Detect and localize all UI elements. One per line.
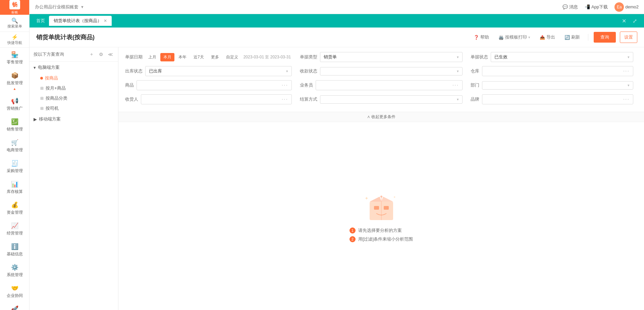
- inventory-icon: 📊: [11, 180, 18, 188]
- warehouse-label: 仓库: [471, 68, 479, 74]
- collapse-bar[interactable]: ∧ 收起更多条件: [118, 112, 644, 122]
- svg-rect-3: [384, 206, 389, 210]
- sidebar-item-newbie[interactable]: 🚀 新手引导: [0, 302, 29, 310]
- doc-type-select[interactable]: 销货单 ▾: [320, 52, 463, 62]
- tree-child-by-month-product[interactable]: ⊞ 按月+商品: [30, 83, 118, 93]
- add-scheme-btn[interactable]: ＋: [88, 51, 95, 58]
- sidebar-item-system[interactable]: ⚙️ 系统管理: [0, 260, 29, 281]
- sidebar-item-ecommerce[interactable]: 🛒 电商管理: [0, 136, 29, 156]
- product-input[interactable]: ···: [137, 80, 292, 90]
- app-download-btn[interactable]: 📲 App下载: [585, 4, 608, 10]
- page-title: 销货单统计表(按商品): [36, 33, 95, 45]
- date-pill-last7[interactable]: 近7天: [191, 53, 207, 61]
- date-pill-last-month[interactable]: 上月: [145, 53, 159, 61]
- marketing-icon: 📢: [11, 97, 18, 105]
- sidebar-item-basic[interactable]: ℹ️ 基础信息: [0, 240, 29, 260]
- receiver-input[interactable]: ···: [141, 94, 292, 104]
- sidebar-item-finance[interactable]: 💰 资金管理: [0, 198, 29, 219]
- svg-text:✦: ✦: [393, 195, 396, 199]
- quick-nav-label: 快捷导航: [0, 40, 29, 45]
- salesperson-input[interactable]: ···: [316, 80, 463, 90]
- query-btn[interactable]: 查询: [594, 32, 616, 43]
- settings-scheme-btn[interactable]: ⚙: [97, 51, 105, 58]
- date-pill-this-month[interactable]: 本月: [160, 53, 174, 61]
- finance-icon: 💰: [11, 201, 18, 209]
- tree-child-by-cashier[interactable]: ⊞ 按司机: [30, 103, 118, 113]
- search-menu-item[interactable]: 🔍 搜索菜单: [0, 15, 29, 32]
- sidebar-item-wholesale[interactable]: 📦 批发管理 ▲: [0, 68, 29, 94]
- message-btn[interactable]: 💬 消息: [562, 4, 578, 10]
- help-btn[interactable]: ❓ 帮助: [471, 33, 492, 42]
- out-status-select[interactable]: 已出库 ▾: [145, 66, 292, 76]
- doc-type-label: 单据类型: [300, 54, 317, 60]
- filter-area: 单据日期 上月 本月 本年 近7天 更多 自定义 2023-03-01 至 20…: [118, 47, 644, 112]
- sidebar-item-inventory[interactable]: 📊 库存核算: [0, 177, 29, 198]
- collapse-panel-btn[interactable]: ≪: [107, 51, 114, 58]
- tree-parent-mobile[interactable]: ▶ 移动端方案: [30, 113, 118, 125]
- ecommerce-icon: 🛒: [11, 139, 18, 146]
- by-cashier-label: 按司机: [46, 105, 59, 111]
- brand-input[interactable]: ···: [482, 94, 633, 104]
- sidebar-item-operations[interactable]: 📈 经营管理: [0, 219, 29, 240]
- app-logo[interactable]: 畅 标账: [0, 0, 30, 15]
- pay-status-select[interactable]: ▾: [320, 67, 463, 75]
- panel-header-actions: ＋ ⚙ ≪: [88, 51, 114, 58]
- cashier-icon: ⊞: [40, 106, 44, 111]
- empty-illustration: ✦ ✦ ·: [361, 190, 401, 223]
- export-btn[interactable]: 📤 导出: [537, 33, 558, 42]
- department-select[interactable]: ▾: [482, 81, 633, 90]
- sidebar-item-marketing[interactable]: 📢 营销推广: [0, 94, 29, 115]
- date-pill-more[interactable]: 更多: [208, 53, 222, 61]
- operations-label: 经营管理: [7, 230, 23, 236]
- settings-btn[interactable]: 设置: [620, 32, 637, 43]
- tab-home[interactable]: 首页: [32, 16, 49, 26]
- pc-label: 电脑端方案: [38, 64, 60, 70]
- user-profile[interactable]: Ea demo2: [614, 2, 639, 12]
- tip-text-1: 请先选择要分析的方案: [358, 227, 402, 234]
- sidebar-item-purchase[interactable]: 🧾 采购管理: [0, 156, 29, 177]
- doc-status-select[interactable]: 已生效 ▾: [491, 52, 633, 62]
- sidebar-item-retail[interactable]: 🏪 零售管理: [0, 48, 29, 68]
- panel-header: 按以下方案查询 ＋ ⚙ ≪: [30, 47, 118, 62]
- date-pill-custom[interactable]: 自定义: [223, 53, 241, 61]
- tree-parent-pc[interactable]: ▾ 电脑端方案: [30, 62, 118, 73]
- export-label: 导出: [546, 34, 555, 40]
- out-status-chevron: ▾: [286, 69, 288, 73]
- logo-text: 标账: [11, 10, 18, 15]
- tab-sales-stat[interactable]: 销货单统计表（按商品） ✕: [49, 16, 112, 26]
- tab-close-btn[interactable]: ✕: [104, 18, 107, 23]
- topbar-right: 💬 消息 📲 App下载 Ea demo2: [562, 2, 639, 12]
- tab-expand-btn[interactable]: ⤢: [631, 17, 639, 25]
- warehouse-input[interactable]: ···: [482, 66, 633, 76]
- page-header: 销货单统计表(按商品) ❓ 帮助 🖨️ 按模板打印 ▾ 📤 导出: [30, 28, 644, 47]
- month-product-icon: ⊞: [40, 86, 44, 91]
- app-download-icon: 📲: [585, 4, 590, 9]
- tree-child-by-category[interactable]: ⊞ 按商品分类: [30, 93, 118, 103]
- date-pill-this-year[interactable]: 本年: [175, 53, 190, 61]
- receiver-dots: ···: [282, 96, 288, 102]
- quick-nav-item[interactable]: ⚡ 快捷导航: [0, 32, 29, 48]
- sidebar-item-sales[interactable]: 💹 销售管理: [0, 115, 29, 136]
- pay-status-label: 收款状态: [300, 68, 317, 74]
- by-category-label: 按商品分类: [46, 95, 67, 101]
- sales-label: 销售管理: [7, 126, 23, 132]
- tab-close-all-btn[interactable]: ✕: [620, 17, 628, 25]
- topbar: 办公用品行业模拟账套 ▾ 💬 消息 📲 App下载 Ea demo2: [30, 0, 644, 14]
- topbar-dropdown-icon[interactable]: ▾: [81, 4, 84, 9]
- sidebar-item-enterprise[interactable]: 🤝 企业协同: [0, 281, 29, 302]
- warehouse-group: 仓库 ···: [467, 66, 637, 76]
- basic-icon: ℹ️: [11, 243, 18, 250]
- settlement-select[interactable]: ▾: [320, 95, 463, 104]
- print-label: 按模板打印: [505, 34, 527, 40]
- panel-header-title: 按以下方案查询: [34, 51, 64, 57]
- pc-expand-icon: ▾: [34, 65, 36, 70]
- svg-text:·: ·: [395, 208, 395, 211]
- tree-child-by-product[interactable]: 按商品: [30, 73, 118, 83]
- refresh-btn[interactable]: 🔄 刷新: [562, 33, 583, 42]
- product-group: 商品 ···: [125, 80, 296, 90]
- settlement-chevron: ▾: [457, 97, 459, 102]
- print-icon: 🖨️: [498, 35, 504, 40]
- template-print-btn[interactable]: 🖨️ 按模板打印 ▾: [496, 33, 533, 42]
- message-icon: 💬: [562, 4, 568, 9]
- content-area: 销货单统计表(按商品) ❓ 帮助 🖨️ 按模板打印 ▾ 📤 导出: [30, 28, 644, 310]
